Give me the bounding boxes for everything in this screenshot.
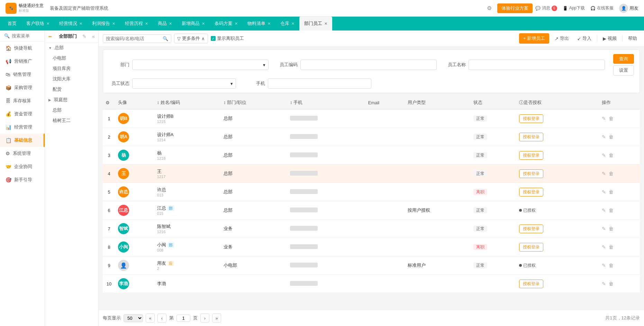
- auth-login-button[interactable]: 授权登录: [519, 280, 543, 288]
- close-customer-icon[interactable]: ✕: [46, 21, 49, 26]
- nav-tab-home[interactable]: 首页: [3, 17, 21, 30]
- trial-button[interactable]: 体验行业方案: [497, 3, 533, 13]
- sidebar-item-system[interactable]: ⚙ 系统管理: [0, 147, 45, 160]
- settings-gear-icon[interactable]: ⚙: [487, 5, 492, 11]
- dept-select[interactable]: ▾: [132, 60, 269, 70]
- delete-button[interactable]: 🗑: [609, 116, 614, 121]
- last-page-button[interactable]: »: [212, 314, 221, 323]
- close-history-icon[interactable]: ✕: [145, 21, 148, 26]
- nav-tab-warehouse[interactable]: 仓库 ✕: [275, 17, 299, 30]
- delete-button[interactable]: 🗑: [609, 281, 614, 287]
- user-area[interactable]: 👤 用友: [619, 4, 638, 13]
- delete-button[interactable]: 🗑: [609, 244, 614, 250]
- edit-button[interactable]: ✎: [602, 226, 606, 231]
- delete-button[interactable]: 🗑: [609, 189, 614, 195]
- nav-tab-operations[interactable]: 经营情况 ✕: [54, 17, 87, 30]
- sidebar-item-basic-info[interactable]: 📋 基础信息: [0, 134, 45, 147]
- sidebar-item-quick-nav[interactable]: 🏠 快捷导航: [0, 42, 45, 55]
- tree-item-project-room[interactable]: 项目库房: [45, 63, 98, 74]
- col-settings-icon[interactable]: ⚙: [106, 100, 110, 105]
- delete-button[interactable]: 🗑: [609, 226, 614, 231]
- col-name-code[interactable]: ↕ 姓名/编码: [154, 96, 221, 109]
- edit-button[interactable]: ✎: [602, 189, 606, 195]
- edit-button[interactable]: ✎: [602, 244, 606, 250]
- close-operations-icon[interactable]: ✕: [79, 21, 82, 26]
- emp-status-select[interactable]: ▾: [132, 78, 236, 89]
- set-button[interactable]: 设置: [613, 65, 634, 76]
- close-goods-icon[interactable]: ✕: [169, 21, 172, 26]
- first-page-button[interactable]: «: [146, 314, 155, 323]
- online-service-button[interactable]: 🎧 在线客服: [590, 5, 614, 11]
- edit-button[interactable]: ✎: [602, 171, 606, 176]
- close-new-goods-icon[interactable]: ✕: [202, 21, 205, 26]
- edit-button[interactable]: ✎: [602, 263, 606, 268]
- auth-login-button[interactable]: 授权登录: [519, 151, 543, 160]
- next-page-button[interactable]: ›: [200, 314, 209, 323]
- sidebar-item-marketing[interactable]: 📢 营销推广: [0, 55, 45, 68]
- auth-login-button[interactable]: 授权登录: [519, 114, 543, 123]
- filter-button[interactable]: ▽ 更多条件 ∧: [174, 34, 208, 43]
- auth-login-button[interactable]: 授权登录: [519, 243, 543, 252]
- edit-button[interactable]: ✎: [602, 152, 606, 158]
- close-warehouse-icon[interactable]: ✕: [291, 21, 294, 26]
- auth-login-button[interactable]: 授权登录: [519, 169, 543, 178]
- delete-button[interactable]: 🗑: [609, 208, 614, 213]
- collapse-panel-button[interactable]: «: [92, 34, 95, 39]
- tree-item-head[interactable]: ▼ 总部: [45, 43, 98, 53]
- help-button[interactable]: 帮助: [625, 34, 640, 43]
- tree-item-head-dept[interactable]: 总部: [45, 105, 98, 115]
- show-resigned-checkbox[interactable]: ✓: [211, 36, 216, 41]
- col-phone[interactable]: ↕ 手机: [287, 96, 365, 109]
- nav-tab-new-goods[interactable]: 新增商品 ✕: [177, 17, 210, 30]
- nav-tab-barcode[interactable]: 条码方案 ✕: [210, 17, 243, 30]
- sidebar-item-purchase[interactable]: 📦 采购管理: [0, 81, 45, 94]
- close-bom-icon[interactable]: ✕: [267, 21, 271, 26]
- export-button[interactable]: ↗ 导出: [552, 34, 572, 43]
- edit-dept-button[interactable]: ✎: [82, 34, 87, 39]
- per-page-select[interactable]: 50 100: [124, 314, 143, 322]
- sidebar-item-sales[interactable]: 🛍 销售管理: [0, 68, 45, 81]
- tree-item-small-elec[interactable]: 小电部: [45, 53, 98, 63]
- show-resigned-toggle[interactable]: ✓ 显示离职员工: [211, 35, 244, 42]
- video-button[interactable]: ▶ 视频: [600, 34, 619, 43]
- emp-name-input[interactable]: [469, 60, 605, 70]
- app-download-button[interactable]: 📱 App下载: [563, 5, 585, 11]
- nav-tab-customer[interactable]: 客户联络 ✕: [21, 17, 54, 30]
- sidebar-item-enterprise[interactable]: 🤝 企业协同: [0, 160, 45, 173]
- import-button[interactable]: ↙ 导入: [574, 34, 594, 43]
- edit-button[interactable]: ✎: [602, 208, 606, 213]
- edit-button[interactable]: ✎: [602, 281, 606, 287]
- nav-tab-goods[interactable]: 商品 ✕: [153, 17, 177, 30]
- auth-login-button[interactable]: 授权登录: [519, 188, 543, 196]
- search-input[interactable]: [106, 36, 161, 41]
- nav-tab-profit[interactable]: 利润报告 ✕: [87, 17, 120, 30]
- close-profit-icon[interactable]: ✕: [112, 21, 115, 26]
- tree-item-plant-king[interactable]: 植树王二: [45, 115, 98, 126]
- close-barcode-icon[interactable]: ✕: [235, 21, 238, 26]
- col-settings[interactable]: ⚙: [103, 96, 115, 109]
- delete-button[interactable]: 🗑: [609, 134, 614, 140]
- sidebar-item-operations[interactable]: 📊 经营管理: [0, 121, 45, 134]
- delete-button[interactable]: 🗑: [609, 263, 614, 268]
- search-icon[interactable]: 🔍: [163, 36, 168, 41]
- delete-button[interactable]: 🗑: [609, 171, 614, 176]
- tree-item-distribution[interactable]: 配货: [45, 84, 98, 95]
- edit-button[interactable]: ✎: [602, 134, 606, 140]
- query-button[interactable]: 查询: [613, 54, 634, 64]
- edit-button[interactable]: ✎: [602, 116, 606, 121]
- delete-button[interactable]: 🗑: [609, 152, 614, 158]
- sidebar-item-guide[interactable]: 🎯 新手引导: [0, 173, 45, 186]
- tree-item-shenyang[interactable]: 沈阳大库: [45, 74, 98, 84]
- nav-tab-employees[interactable]: 部门员工 ✕: [299, 17, 332, 30]
- phone-input[interactable]: [268, 78, 372, 89]
- page-number-input[interactable]: [176, 315, 190, 322]
- close-employees-icon[interactable]: ✕: [324, 21, 327, 26]
- auth-login-button[interactable]: 授权登录: [519, 224, 543, 233]
- sidebar-item-inventory[interactable]: 🗄 库存核算: [0, 94, 45, 107]
- nav-tab-history[interactable]: 经营历程 ✕: [120, 17, 153, 30]
- nav-tab-bom[interactable]: 物料清单 ✕: [243, 17, 275, 30]
- tree-item-double-dream[interactable]: ▶ 双庭想: [45, 95, 98, 105]
- emp-code-input[interactable]: [300, 60, 437, 70]
- col-dept-position[interactable]: ↕ 部门/职位: [221, 96, 287, 109]
- auth-login-button[interactable]: 授权登录: [519, 133, 543, 141]
